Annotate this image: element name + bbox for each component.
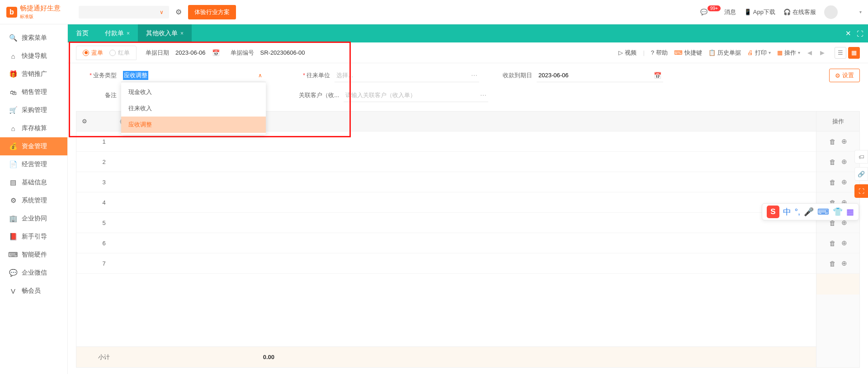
company-selector[interactable]: ∨ xyxy=(79,6,169,19)
dropdown-item-1[interactable]: 往来收入 xyxy=(121,100,266,117)
delete-icon[interactable]: 🗑 xyxy=(829,178,836,186)
print-button[interactable]: 🖨打印▾ xyxy=(747,49,771,57)
settings-button[interactable]: ⚙ 设置 xyxy=(829,69,860,82)
biz-type-value: 应收调整 xyxy=(123,71,148,80)
ime-keyboard-icon[interactable]: ⌨ xyxy=(817,207,829,217)
phone-icon: 📱 xyxy=(744,9,751,15)
doc-date-value[interactable]: 2023-06-06 xyxy=(175,49,206,56)
sidebar-item-3[interactable]: 🛍销售管理 xyxy=(0,83,67,101)
copy-icon[interactable]: ⊕ xyxy=(841,259,847,267)
tab-1[interactable]: 付款单× xyxy=(97,24,138,42)
sidebar-item-8[interactable]: ▤基础信息 xyxy=(0,173,67,192)
close-all-tabs-icon[interactable]: ✕ xyxy=(845,29,851,37)
table-row[interactable]: 3 xyxy=(76,172,816,192)
sidebar-item-2[interactable]: 🎁营销推广 xyxy=(0,65,67,83)
ime-grid-icon[interactable]: ▦ xyxy=(846,207,854,217)
close-icon[interactable]: × xyxy=(180,30,184,37)
delete-icon[interactable]: 🗑 xyxy=(829,239,836,247)
tab-0[interactable]: 首页 xyxy=(68,24,97,42)
copy-icon[interactable]: ⊕ xyxy=(841,158,847,166)
sidebar-item-14[interactable]: V畅会员 xyxy=(0,282,67,300)
help-button[interactable]: ?帮助 xyxy=(651,49,668,57)
sidebar-item-5[interactable]: ⌂库存核算 xyxy=(0,119,67,137)
ime-punct-icon[interactable]: °, xyxy=(795,207,800,217)
sidebar-item-13[interactable]: 💬企业微信 xyxy=(0,264,67,282)
sidebar-label: 销售管理 xyxy=(22,88,47,96)
delete-icon[interactable]: 🗑 xyxy=(829,260,836,267)
ime-lang-button[interactable]: 中 xyxy=(783,206,791,217)
sidebar-icon: V xyxy=(9,287,17,295)
calendar-icon[interactable]: 📅 xyxy=(654,72,661,79)
fullscreen-icon[interactable]: ⛶ xyxy=(857,30,863,37)
copy-icon[interactable]: ⊕ xyxy=(841,178,847,186)
delete-icon[interactable]: 🗑 xyxy=(829,158,836,166)
more-icon[interactable]: ⋯ xyxy=(480,92,486,99)
next-doc-icon[interactable]: ▶ xyxy=(819,49,826,56)
sidebar-icon: 🛒 xyxy=(9,106,17,114)
history-button[interactable]: 📋历史单据 xyxy=(708,49,741,57)
list-view-button[interactable]: ☰ xyxy=(835,47,846,59)
dropdown-item-0[interactable]: 现金收入 xyxy=(121,84,266,100)
sidebar-icon: ▤ xyxy=(9,178,17,187)
biz-type-select[interactable]: 应收调整 xyxy=(121,69,266,82)
online-service-button[interactable]: 🎧 在线客服 xyxy=(783,8,816,16)
tab-2[interactable]: 其他收入单× xyxy=(138,24,192,42)
link-icon[interactable]: 🔗 xyxy=(854,167,868,181)
table-row[interactable]: 6 xyxy=(76,233,816,253)
sidebar-icon: ⌂ xyxy=(9,124,17,132)
sidebar-item-6[interactable]: 💰资金管理 xyxy=(0,137,67,155)
due-date-input[interactable] xyxy=(537,69,663,82)
avatar xyxy=(824,5,838,19)
ime-mic-icon[interactable]: 🎤 xyxy=(804,207,814,217)
sidebar-item-4[interactable]: 🛒采购管理 xyxy=(0,101,67,119)
table-row[interactable]: 7 xyxy=(76,253,816,274)
sidebar-item-11[interactable]: 📕新手引导 xyxy=(0,228,67,246)
table-row[interactable]: 5 xyxy=(76,213,816,233)
ime-skin-icon[interactable]: 👕 xyxy=(833,207,843,217)
sidebar-icon: 🎁 xyxy=(9,70,17,78)
prev-doc-icon[interactable]: ◀ xyxy=(807,49,813,56)
table-row[interactable]: 2 xyxy=(76,152,816,172)
unit-field: *往来单位 ⋯ xyxy=(289,69,479,82)
gear-icon[interactable]: ⚙ xyxy=(175,8,182,16)
sidebar-item-12[interactable]: ⌨智能硬件 xyxy=(0,246,67,264)
radio-red-doc[interactable]: 红单 xyxy=(109,49,130,57)
ime-logo-icon[interactable]: S xyxy=(767,206,779,218)
user-menu[interactable]: ▾ xyxy=(824,5,862,19)
experience-button[interactable]: 体验行业方案 xyxy=(188,5,236,19)
sidebar-icon: 💰 xyxy=(9,142,17,150)
unit-input[interactable] xyxy=(335,69,479,82)
sidebar-item-1[interactable]: ⌂快捷导航 xyxy=(0,47,67,65)
sidebar-item-7[interactable]: 📄经营管理 xyxy=(0,155,67,173)
sidebar-label: 搜索菜单 xyxy=(22,34,47,42)
message-badge: 99+ xyxy=(708,5,721,11)
card-view-button[interactable]: ▦ xyxy=(848,47,860,59)
copy-icon[interactable]: ⊕ xyxy=(841,239,847,247)
sidebar-item-10[interactable]: 🏢企业协同 xyxy=(0,210,67,228)
calendar-icon[interactable]: 📅 xyxy=(212,49,220,56)
close-icon[interactable]: × xyxy=(127,30,130,37)
sidebar-icon: 📄 xyxy=(9,160,17,168)
related-customer-input[interactable] xyxy=(344,89,488,102)
app-download-button[interactable]: 📱 App下载 xyxy=(744,8,775,16)
expand-icon[interactable]: ⛶ xyxy=(854,184,868,198)
table-settings-icon[interactable]: ⚙ xyxy=(76,118,93,125)
radio-blue-doc[interactable]: 蓝单 xyxy=(83,49,103,57)
row-index: 6 xyxy=(93,240,115,247)
dropdown-item-2[interactable]: 应收调整 xyxy=(121,117,266,133)
shortcut-button[interactable]: ⌨快捷键 xyxy=(674,49,702,57)
tab-bar-right: ✕ ⛶ xyxy=(845,24,868,42)
chevron-down-icon: ∨ xyxy=(160,9,164,15)
copy-icon[interactable]: ⊕ xyxy=(841,137,847,145)
sidebar-item-9[interactable]: ⚙系统管理 xyxy=(0,192,67,210)
chevron-up-icon[interactable]: ∧ xyxy=(258,72,262,79)
tag-icon[interactable]: 🏷 xyxy=(854,150,868,164)
operate-button[interactable]: ▦操作▾ xyxy=(777,49,800,57)
doc-no-label: 单据编号 xyxy=(231,49,254,57)
more-icon[interactable]: ⋯ xyxy=(471,72,477,79)
sidebar-item-0[interactable]: 🔍搜索菜单 xyxy=(0,29,67,47)
delete-icon[interactable]: 🗑 xyxy=(829,138,836,145)
table-row[interactable]: 4 xyxy=(76,192,816,213)
messages-button[interactable]: 💬 99+ 消息 xyxy=(700,8,736,16)
video-button[interactable]: ▷视频 xyxy=(618,49,637,57)
